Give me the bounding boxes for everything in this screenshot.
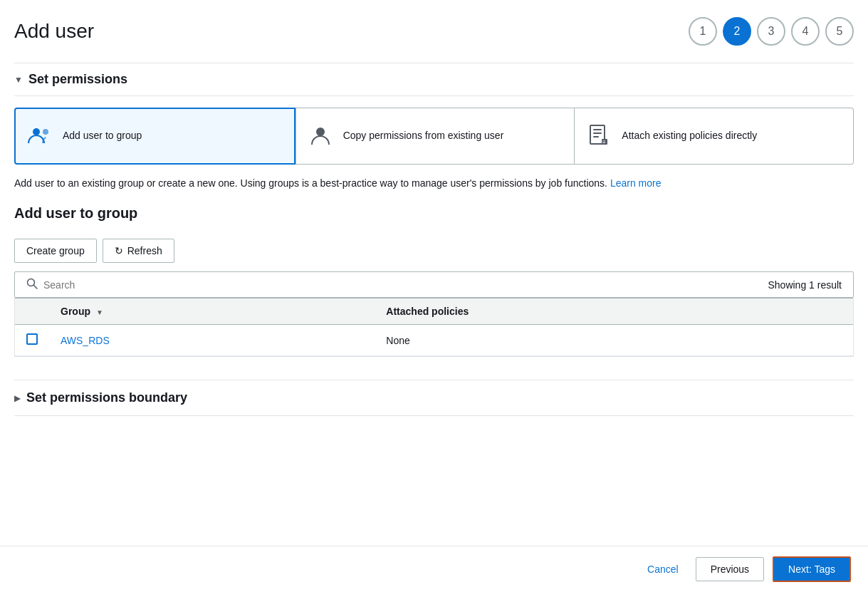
- groups-table-wrapper: Group ▼ Attached policies AWS_RDS None: [14, 298, 854, 357]
- svg-point-0: [33, 128, 40, 135]
- svg-text:≡: ≡: [602, 139, 606, 145]
- add-user-to-group-section-title: Add user to group: [14, 205, 854, 227]
- permission-options-group: Add user to group Copy permissions from …: [14, 108, 854, 165]
- footer-bar: Cancel Previous Next: Tags: [0, 546, 868, 592]
- showing-result-text: Showing 1 result: [768, 279, 842, 291]
- step-1[interactable]: 1: [689, 17, 717, 46]
- table-row: AWS_RDS None: [15, 325, 853, 356]
- description-text: Add user to an existing group or create …: [14, 176, 854, 191]
- learn-more-link[interactable]: Learn more: [610, 177, 662, 189]
- page-title: Add user: [14, 20, 94, 43]
- attached-policies-column-header: Attached policies: [375, 298, 853, 325]
- copy-permissions-option[interactable]: Copy permissions from existing user: [296, 108, 575, 165]
- refresh-label: Refresh: [127, 245, 162, 256]
- search-input-wrap: [26, 278, 347, 291]
- set-permissions-boundary-title: Set permissions boundary: [26, 390, 187, 405]
- set-permissions-title: Set permissions: [28, 72, 127, 87]
- step-2[interactable]: 2: [723, 17, 751, 46]
- set-permissions-section-header[interactable]: ▼ Set permissions: [14, 63, 854, 96]
- copy-permissions-label: Copy permissions from existing user: [343, 129, 504, 143]
- row-checkbox[interactable]: [26, 333, 38, 345]
- sort-icon: ▼: [96, 308, 103, 316]
- add-user-to-group-option[interactable]: Add user to group: [14, 108, 296, 165]
- refresh-icon: ↻: [115, 245, 123, 256]
- person-icon: [308, 123, 333, 149]
- svg-rect-4: [593, 129, 602, 130]
- search-icon: [26, 278, 38, 291]
- set-permissions-boundary-header[interactable]: ▶ Set permissions boundary: [14, 380, 854, 416]
- next-tags-button[interactable]: Next: Tags: [773, 556, 851, 582]
- svg-rect-5: [593, 133, 602, 134]
- group-name-cell: AWS_RDS: [49, 325, 375, 356]
- row-checkbox-cell[interactable]: [15, 325, 49, 356]
- svg-rect-6: [593, 136, 599, 137]
- users-icon: [27, 123, 53, 149]
- svg-point-1: [43, 129, 48, 135]
- step-5[interactable]: 5: [825, 17, 854, 46]
- step-3[interactable]: 3: [757, 17, 785, 46]
- document-icon: ≡: [586, 123, 612, 149]
- cancel-button[interactable]: Cancel: [639, 558, 687, 581]
- search-container: Showing 1 result: [14, 271, 854, 298]
- refresh-button[interactable]: ↻ Refresh: [103, 239, 174, 263]
- attached-policies-cell: None: [375, 325, 853, 356]
- svg-line-10: [34, 286, 38, 289]
- chevron-right-icon: ▶: [14, 393, 21, 403]
- create-group-button[interactable]: Create group: [14, 239, 97, 263]
- svg-point-2: [316, 128, 325, 136]
- select-all-header: [15, 298, 49, 325]
- add-user-to-group-label: Add user to group: [63, 129, 142, 143]
- previous-button[interactable]: Previous: [696, 557, 764, 581]
- action-buttons: Create group ↻ Refresh: [14, 239, 854, 263]
- group-column-header[interactable]: Group ▼: [49, 298, 375, 325]
- step-indicators: 1 2 3 4 5: [689, 17, 854, 46]
- group-name-link[interactable]: AWS_RDS: [61, 335, 110, 346]
- chevron-down-icon: ▼: [14, 75, 23, 85]
- attach-policies-option[interactable]: ≡ Attach existing policies directly: [575, 108, 854, 165]
- attach-policies-label: Attach existing policies directly: [622, 129, 757, 143]
- search-input[interactable]: [43, 279, 347, 291]
- step-4[interactable]: 4: [791, 17, 820, 46]
- groups-table: Group ▼ Attached policies AWS_RDS None: [15, 298, 853, 356]
